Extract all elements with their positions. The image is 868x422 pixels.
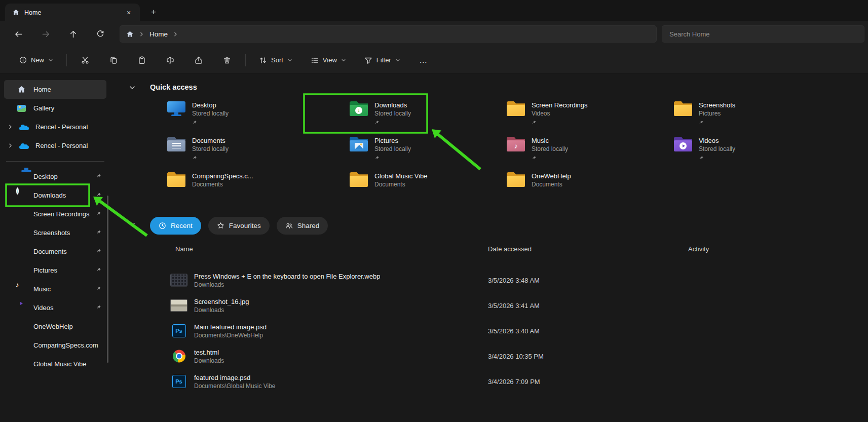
sidebar-item-pictures[interactable]: Pictures [4,261,106,280]
filter-icon [364,56,372,64]
file-date-accessed: 3/4/2026 7:09 PM [488,378,540,386]
folder-tile-onewebhelp[interactable]: OneWebHelp Documents [507,171,674,203]
forward-arrow-icon [42,30,50,39]
file-row[interactable]: Main featured image.psd Documents\OneWeb… [110,318,868,343]
rename-icon [166,56,174,64]
file-date-accessed: 3/4/2026 10:35 PM [488,353,544,360]
sidebar-scrollbar[interactable] [107,196,108,363]
up-button[interactable] [63,25,83,43]
pin-icon [532,154,568,163]
tile-subtitle: Stored locally [192,145,229,152]
downloads-folder-icon [17,191,28,200]
sort-button[interactable]: Sort [254,51,297,69]
search-box[interactable] [662,25,864,43]
sidebar-item-global-music-vibe[interactable]: Global Music Vibe [4,355,106,373]
sidebar-item-comparingspecs[interactable]: ComparingSpecs.com [4,336,106,355]
file-date-accessed: 3/5/2026 3:40 AM [488,327,540,335]
folder-icon [17,360,28,368]
back-arrow-icon [14,30,23,39]
file-row[interactable]: Press Windows + E on the keyboard to ope… [110,267,868,293]
collapse-chevron-icon[interactable] [129,84,136,93]
folder-icon [17,322,28,331]
tile-subtitle: Videos [532,110,588,117]
refresh-button[interactable] [90,25,110,43]
folder-tile-pictures[interactable]: Pictures Stored locally [350,136,507,167]
home-icon [17,85,28,94]
folder-tile-global-music-vibe[interactable]: Global Music Vibe Documents [350,171,507,203]
close-tab-icon[interactable]: × [123,7,135,19]
clock-icon [159,222,166,229]
column-header-activity[interactable]: Activity [688,245,709,253]
pin-icon [96,266,101,274]
forward-button[interactable] [35,25,56,43]
rename-button[interactable] [160,51,180,69]
sidebar-item-desktop[interactable]: Desktop [4,167,106,186]
folder-tile-desktop[interactable]: Desktop Stored locally [167,100,350,132]
sidebar-item-documents[interactable]: Documents [4,242,106,261]
documents-folder-icon [167,137,185,151]
pin-icon [96,191,101,199]
quick-access-title[interactable]: Quick access [150,83,197,91]
videos-folder-icon [17,303,28,312]
new-button[interactable]: New [14,51,58,69]
tab-recent[interactable]: Recent [150,217,201,235]
share-button[interactable] [188,51,209,69]
folder-tile-videos[interactable]: Videos Stored locally [674,136,846,167]
file-row[interactable]: test.html Downloads 3/4/2026 10:35 PM [110,343,868,369]
back-button[interactable] [8,25,28,43]
folder-tile-screen-recordings[interactable]: Screen Recordings Videos [507,100,674,132]
documents-folder-icon [17,247,28,256]
sidebar-item-onedrive-1[interactable]: Rencel - Personal [4,118,106,136]
pin-icon [96,173,101,180]
view-icon [311,56,319,64]
chevron-right-icon[interactable] [6,124,14,130]
folder-icon [17,341,28,350]
music-folder-icon [507,137,525,151]
sidebar-item-screen-recordings[interactable]: Screen Recordings [4,205,106,223]
collapse-chevron-icon[interactable] [129,221,136,230]
folder-tile-screenshots[interactable]: Screenshots Pictures [674,100,846,132]
share-icon [195,56,203,64]
file-row[interactable]: Screenshot_16.jpg Downloads 3/5/2026 3:4… [110,293,868,318]
sidebar-item-screenshots[interactable]: Screenshots [4,223,106,242]
sidebar-item-downloads[interactable]: Downloads [4,186,106,205]
tab-shared[interactable]: Shared [277,217,328,235]
section-tabs: Recent Favourites Shared [150,217,328,235]
column-header-name[interactable]: Name [175,245,193,253]
new-tab-button[interactable]: + [146,5,161,19]
paste-button[interactable] [132,51,152,69]
file-row[interactable]: featured image.psd Documents\Global Musi… [110,369,868,394]
folder-icon [674,101,692,116]
search-input[interactable] [669,30,857,38]
sidebar-item-label: Gallery [33,104,106,112]
delete-button[interactable] [217,51,237,69]
chevron-right-icon[interactable] [6,143,14,148]
cut-button[interactable] [75,51,95,69]
sidebar-item-onewebhelp[interactable]: OneWebHelp [4,317,106,336]
view-button[interactable]: View [306,51,351,69]
tab-home[interactable]: Home × [5,4,140,21]
sidebar-item-label: Global Music Vibe [33,360,106,368]
sidebar-item-onedrive-2[interactable]: Rencel - Personal [4,136,106,155]
address-bar[interactable]: Home [120,25,657,43]
folder-tile-comparingspecs[interactable]: ComparingSpecs.c... Documents [167,171,350,203]
sidebar-item-videos[interactable]: Videos [4,298,106,317]
sidebar-item-gallery[interactable]: Gallery [4,99,106,118]
chevron-right-icon[interactable] [173,31,178,37]
folder-tile-documents[interactable]: Documents Stored locally [167,136,350,167]
file-location: Downloads [194,306,249,314]
sidebar-item-home[interactable]: Home [4,80,106,99]
pictures-folder-icon [350,137,368,151]
sidebar-item-label: Rencel - Personal [35,142,106,149]
column-header-date-accessed[interactable]: Date accessed [488,245,532,253]
folder-tile-music[interactable]: Music Stored locally [507,136,674,167]
sidebar: Home Gallery Rencel - Personal Rencel - … [0,74,110,422]
breadcrumb-home[interactable]: Home [149,30,168,38]
folder-tile-downloads[interactable]: Downloads Stored locally [350,100,507,132]
copy-button[interactable] [103,51,124,69]
filter-button[interactable]: Filter [359,51,405,69]
sidebar-item-music[interactable]: Music [4,280,106,298]
tab-favourites[interactable]: Favourites [208,217,270,235]
navigation-bar: Home [0,21,868,47]
more-options-button[interactable]: … [413,51,434,69]
